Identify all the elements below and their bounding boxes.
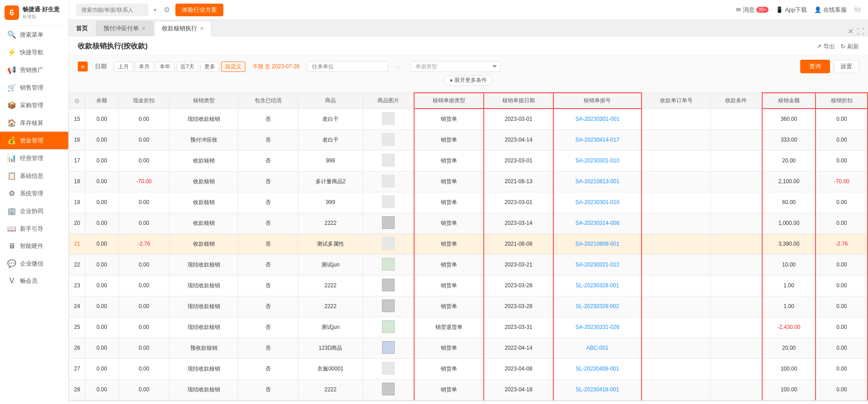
sidebar-item-smart-hw[interactable]: 🖥智能硬件 bbox=[0, 238, 68, 255]
filter-settings-button[interactable]: 设置 bbox=[834, 60, 859, 73]
sidebar-item-guide[interactable]: 📖新手引导 bbox=[0, 220, 68, 238]
row-amount: -2,430.00 bbox=[762, 317, 816, 337]
filter-voucher-type-select[interactable]: 单据类型 bbox=[410, 61, 501, 72]
sidebar-item-vip[interactable]: V畅会员 bbox=[0, 272, 68, 290]
solution-button[interactable]: 体验行业方案 bbox=[175, 4, 223, 16]
product-image bbox=[382, 299, 395, 312]
sidebar-item-basic-info[interactable]: 📋基础信息 bbox=[0, 167, 68, 185]
voucher-no-link[interactable]: SA-20230314-008 bbox=[576, 220, 619, 226]
vip-icon: V bbox=[7, 277, 16, 285]
sidebar-item-sales[interactable]: 🛒销售管理 bbox=[0, 79, 68, 96]
voucher-no-link[interactable]: SA-20230301-010 bbox=[576, 199, 619, 205]
basic-info-icon: 📋 bbox=[7, 171, 16, 180]
export-button[interactable]: ↗ 导出 bbox=[816, 43, 835, 51]
online-service-button[interactable]: 👤 在线客服 bbox=[814, 6, 847, 14]
table-row: 23 0.00 0.00 现结收款核销 否 2222 销货单 2023-03-2… bbox=[69, 275, 868, 296]
export-label: 导出 bbox=[823, 43, 835, 51]
sidebar-item-wechat[interactable]: 💬企业微信 bbox=[0, 255, 68, 272]
tab-prepay[interactable]: 预付冲应付单 ✕ bbox=[96, 21, 153, 36]
sidebar-item-enterprise[interactable]: 🏢企业协同 bbox=[0, 202, 68, 220]
filter-partner-input[interactable] bbox=[307, 61, 388, 72]
sidebar-item-search[interactable]: 🔍搜索菜单 bbox=[0, 26, 68, 43]
row-voucher-no: SA-20210808-001 bbox=[553, 233, 642, 254]
row-cash-discount: 0.00 bbox=[118, 358, 170, 379]
voucher-no-link[interactable]: ABC-001 bbox=[586, 345, 609, 351]
finance-label: 资金管理 bbox=[20, 137, 43, 145]
row-cash-discount: 0.00 bbox=[118, 317, 170, 337]
row-discount: 0.00 bbox=[816, 254, 868, 275]
sidebar-item-finance[interactable]: 💰资金管理 bbox=[0, 132, 68, 149]
row-terms bbox=[711, 129, 762, 150]
window-close-icon[interactable]: ✕ bbox=[848, 27, 854, 36]
row-voucher-no: SA-20230414-017 bbox=[553, 129, 642, 150]
messages-button[interactable]: ✉ 消息 99+ bbox=[736, 6, 769, 14]
row-product-img bbox=[363, 275, 415, 296]
voucher-no-link[interactable]: SA-20230301-001 bbox=[576, 116, 619, 122]
basic-info-label: 基础信息 bbox=[20, 172, 43, 180]
row-voucher-date: 2021-08-08 bbox=[484, 233, 553, 254]
row-receipt-no bbox=[642, 129, 711, 150]
edition-label: 标准版 bbox=[23, 14, 60, 19]
filter-toggle-button[interactable]: » bbox=[78, 62, 88, 71]
row-id: 26 bbox=[69, 337, 85, 358]
filter-more[interactable]: 更多 bbox=[200, 62, 219, 72]
filter-this-year[interactable]: 本年 bbox=[156, 62, 175, 72]
voucher-no-link[interactable]: SL-20230418-001 bbox=[576, 386, 619, 393]
row-discount: -2.76 bbox=[816, 233, 868, 254]
row-terms bbox=[711, 254, 762, 275]
tab-receipt-close[interactable]: ✕ bbox=[200, 26, 204, 32]
table-row: 26 0.00 0.00 预收款核销 否 123D商品 销货单 2022-04-… bbox=[69, 337, 868, 358]
query-button[interactable]: 查询 bbox=[800, 60, 830, 73]
operations-icon: 📊 bbox=[7, 154, 16, 162]
row-settled: 否 bbox=[238, 213, 298, 233]
window-expand-icon[interactable]: ⛶ bbox=[857, 28, 864, 36]
row-voucher-date: 2021-08-13 bbox=[484, 171, 553, 192]
row-terms bbox=[711, 358, 762, 379]
voucher-no-link[interactable]: SA-20210808-001 bbox=[576, 241, 619, 247]
voucher-no-link[interactable]: SA-20210813-001 bbox=[576, 178, 619, 185]
row-voucher-date: 2023-04-08 bbox=[484, 358, 553, 379]
voucher-no-link[interactable]: SL-20230328-001 bbox=[576, 282, 619, 289]
tab-receipt[interactable]: 收款核销执行 ✕ bbox=[154, 21, 212, 36]
row-settled: 否 bbox=[238, 109, 298, 129]
refresh-button[interactable]: ↻ 刷新 bbox=[840, 43, 859, 51]
sidebar-item-purchase[interactable]: 📦采购管理 bbox=[0, 96, 68, 114]
th-balance: 余额 bbox=[85, 93, 119, 109]
filter-this-month[interactable]: 本月 bbox=[135, 62, 154, 72]
row-type: 预付冲应收 bbox=[170, 129, 238, 150]
user-name: Rit bbox=[854, 7, 861, 13]
product-image bbox=[382, 258, 395, 271]
product-image bbox=[382, 320, 395, 333]
filter-custom[interactable]: 自定义 bbox=[221, 62, 245, 72]
voucher-no-link[interactable]: SL-20230328-002 bbox=[576, 303, 619, 309]
sidebar-item-system[interactable]: ⚙系统管理 bbox=[0, 185, 68, 202]
voucher-no-link[interactable]: SL-20230408-001 bbox=[576, 366, 619, 372]
topbar-gear-icon[interactable]: ⚙ bbox=[164, 5, 170, 14]
app-download-button[interactable]: 📱 App下载 bbox=[776, 6, 807, 14]
voucher-no-link[interactable]: SA-20230321-012 bbox=[576, 261, 619, 268]
voucher-no-link[interactable]: SA-20230301-010 bbox=[576, 157, 619, 164]
sidebar-item-inventory[interactable]: 🏠库存核算 bbox=[0, 114, 68, 132]
topbar-dropdown-arrow[interactable]: ▾ bbox=[154, 7, 156, 13]
tab-home[interactable]: 首页 bbox=[69, 21, 95, 36]
row-id: 22 bbox=[69, 254, 85, 275]
voucher-no-link[interactable]: SA-20230331-026 bbox=[576, 324, 619, 330]
filter-7days[interactable]: 近7天 bbox=[176, 62, 198, 72]
row-terms bbox=[711, 109, 762, 129]
expand-conditions-button[interactable]: ▾ 展开更多条件 bbox=[444, 75, 493, 86]
marketing-label: 营销推广 bbox=[20, 66, 43, 74]
sidebar-item-quick-nav[interactable]: ⚡快捷导航 bbox=[0, 43, 68, 61]
sidebar-item-marketing[interactable]: 📢营销推广 bbox=[0, 61, 68, 79]
row-type: 现结收款核销 bbox=[170, 275, 238, 296]
voucher-no-link[interactable]: SA-20230414-017 bbox=[576, 137, 619, 143]
filter-last-month[interactable]: 上月 bbox=[114, 62, 133, 72]
purchase-label: 采购管理 bbox=[20, 101, 43, 109]
row-receipt-no bbox=[642, 171, 711, 192]
tab-prepay-close[interactable]: ✕ bbox=[142, 26, 146, 32]
table-gear-icon[interactable]: ⚙ bbox=[74, 97, 80, 105]
sales-icon: 🛒 bbox=[7, 83, 16, 92]
table-row: 21 0.00 -2.76 收款核销 否 测试多属性 销货单 2021-08-0… bbox=[69, 233, 868, 254]
row-amount: 2,100.00 bbox=[762, 171, 816, 192]
topbar-search-input[interactable] bbox=[76, 4, 148, 16]
sidebar-item-operations[interactable]: 📊经营管理 bbox=[0, 149, 68, 167]
